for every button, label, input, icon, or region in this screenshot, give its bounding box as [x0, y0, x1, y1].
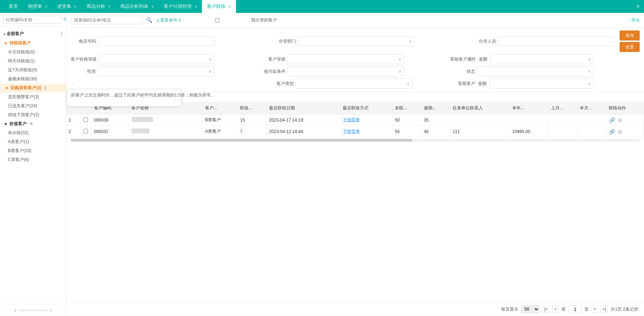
retail-customer-all-label: 全部	[478, 81, 487, 87]
close-purchase-icon[interactable]: ×	[74, 0, 76, 13]
col-this-month-label: 本月...	[580, 105, 592, 110]
sidebar-tomorrow-pending[interactable]: 明天待联络(1)	[0, 57, 66, 66]
row-1-action-icons: 🔗 ⊞	[609, 117, 641, 123]
edit-icon[interactable]: ✎	[29, 122, 33, 127]
export-button[interactable]: ↑ 导出	[628, 17, 640, 23]
filter-row-4: ··· 客户类型 ∨ 零散客户 全部 ∨	[71, 79, 640, 89]
col-this-month: 本月...	[578, 102, 606, 114]
my-customer-checkbox[interactable]: 我分管的客户	[185, 17, 277, 23]
page-first-button[interactable]: |<	[542, 306, 550, 313]
setting-button[interactable]: 设置	[620, 42, 640, 52]
manager-input[interactable]: ···	[497, 36, 615, 46]
retail-customer-filter: 零散客户 全部 ∨	[450, 79, 594, 89]
row-2-grid-icon[interactable]: ⊞	[618, 129, 622, 135]
gender-filter: 性质 ∨	[71, 66, 214, 76]
sidebar-class-a[interactable]: A类客户(1)	[0, 137, 66, 146]
nav-home[interactable]: 首页	[4, 0, 23, 13]
horizontal-scrollbar-thumb[interactable]	[71, 139, 412, 142]
sidebar-search-input[interactable]	[3, 16, 62, 24]
row-1-uncontact: 50	[393, 114, 421, 126]
sidebar-search-icon[interactable]: 🔍	[63, 17, 66, 22]
my-customer-check[interactable]	[185, 18, 250, 23]
page-next-button[interactable]: >	[592, 306, 598, 313]
sidebar-pending-section[interactable]: ▼ 待联络客户	[0, 39, 66, 48]
nav-product-analysis-label: 商品分析	[87, 0, 105, 13]
filter-row-4-left: ···	[71, 81, 231, 86]
page-number-input[interactable]	[569, 306, 582, 313]
sidebar-churn-warning[interactable]: 流失预警客户(3)	[0, 93, 66, 102]
phone-input[interactable]	[97, 36, 214, 46]
row-1-grid-icon[interactable]: ⊞	[618, 117, 622, 123]
retail-attr-select[interactable]: ∨	[490, 54, 594, 64]
more-conditions-button[interactable]: ⊿ 更多条件 ∧	[156, 17, 181, 23]
status-select[interactable]: ∨	[477, 66, 594, 76]
sidebar-churned[interactable]: 已流失客户(24)	[0, 102, 66, 110]
close-product-list-icon[interactable]: ×	[151, 0, 153, 13]
sidebar-class-c[interactable]: C类客户(6)	[0, 155, 66, 164]
col-overdue: 逾期...	[421, 102, 450, 114]
nav-purchase[interactable]: 进货单 ×	[52, 0, 81, 13]
nav-product-analysis[interactable]: 商品分析 ×	[82, 0, 115, 13]
customer-type-label: 客户类型	[269, 81, 294, 87]
row-2-link-icon[interactable]: 🔗	[609, 129, 615, 135]
customer-type-select[interactable]: ∨	[295, 79, 412, 89]
payment-select[interactable]: ∨	[287, 66, 404, 76]
row-2-this-month	[578, 126, 606, 137]
nav-product-list-label: 商品分析列表	[120, 0, 148, 13]
manager-label: 分管人员	[471, 38, 496, 44]
retail-customer-select[interactable]: ∨	[490, 79, 594, 89]
nav-sales[interactable]: 销货单 ×	[23, 0, 52, 13]
sidebar-anomaly-section[interactable]: ▼ 回购异常客户(2) ℹ	[0, 84, 66, 93]
sidebar-today-pending[interactable]: 今天待联络(0)	[0, 48, 66, 57]
row-1-check[interactable]	[83, 117, 88, 122]
manager-dots-icon[interactable]: ···	[608, 39, 612, 44]
sidebar-scroll-right-icon[interactable]: ›	[50, 306, 52, 314]
close-sales-icon[interactable]: ×	[45, 0, 47, 13]
collapse-icon[interactable]: 《	[59, 31, 62, 37]
total-label: 共1页 2条记录	[611, 306, 638, 312]
price-level-label: 客户价格等级	[71, 56, 97, 62]
export-icon: ↑	[628, 18, 630, 23]
sidebar-declining[interactable]: 持续下滑客户(2)	[0, 110, 66, 119]
search-button-icon[interactable]: 🔍	[146, 17, 152, 23]
close-customer-contact-icon[interactable]: ×	[228, 0, 231, 13]
page-label: 第	[561, 306, 566, 312]
nav-customer-layer[interactable]: 客户分层经营 ×	[159, 0, 202, 13]
sidebar-overdue-pending[interactable]: 逾期未联络(30)	[0, 75, 66, 84]
gender-select[interactable]: ∨	[97, 66, 214, 76]
sidebar-ungrouped[interactable]: 未分组(32)	[0, 128, 66, 137]
row-1-method-link[interactable]: 下销货单	[343, 117, 360, 122]
sidebar-class-b[interactable]: B类客户(33)	[0, 146, 66, 155]
close-customer-layer-icon[interactable]: ×	[195, 0, 197, 13]
filter-dots-icon[interactable]: ···	[71, 81, 74, 86]
price-level-arrow-icon: ∨	[209, 57, 212, 62]
sidebar-scroll-left-icon[interactable]: ‹	[14, 306, 17, 314]
sidebar-7day-pending[interactable]: 近7天待联络(0)	[0, 66, 66, 75]
horizontal-scrollbar-track[interactable]	[71, 139, 640, 142]
search-input[interactable]	[71, 16, 143, 24]
query-button[interactable]: 查询	[620, 30, 640, 41]
col-overdue-label: 逾期...	[424, 105, 436, 110]
price-level-select[interactable]: ∨	[98, 54, 214, 64]
sidebar-all-customers[interactable]: ▪ 全部客户 《	[0, 29, 66, 39]
col-last-month: 上月...	[548, 102, 577, 114]
nav-customer-contact[interactable]: 客户联络 ×	[202, 0, 236, 13]
sidebar-value-section[interactable]: ▼ 价值客户 ✎	[0, 119, 66, 128]
customer-level-select[interactable]: ∨	[287, 54, 404, 64]
nav-product-list[interactable]: 商品分析列表 ×	[115, 0, 158, 13]
close-product-analysis-icon[interactable]: ×	[108, 0, 110, 13]
dept-select[interactable]: ∨	[297, 36, 414, 46]
row-2-method-link[interactable]: 下销货单	[343, 129, 360, 134]
row-2-check[interactable]	[83, 129, 88, 133]
anomaly-info-icon[interactable]: ℹ	[45, 86, 46, 91]
window-close-button[interactable]: ×	[636, 3, 640, 10]
sidebar-bottom: ‹ ›	[0, 304, 66, 316]
tooltip-more-icon[interactable]: ···	[173, 98, 177, 103]
dept-filter: 分管部门 ∨	[271, 36, 414, 46]
nav-purchase-label: 进货单	[57, 0, 71, 13]
page-last-button[interactable]: >|	[601, 306, 608, 313]
row-1-link-icon[interactable]: 🔗	[609, 117, 615, 123]
per-page-select[interactable]: 50 100	[521, 305, 539, 313]
filter-icon: ⊿	[156, 18, 159, 23]
page-prev-button[interactable]: <	[552, 306, 559, 313]
